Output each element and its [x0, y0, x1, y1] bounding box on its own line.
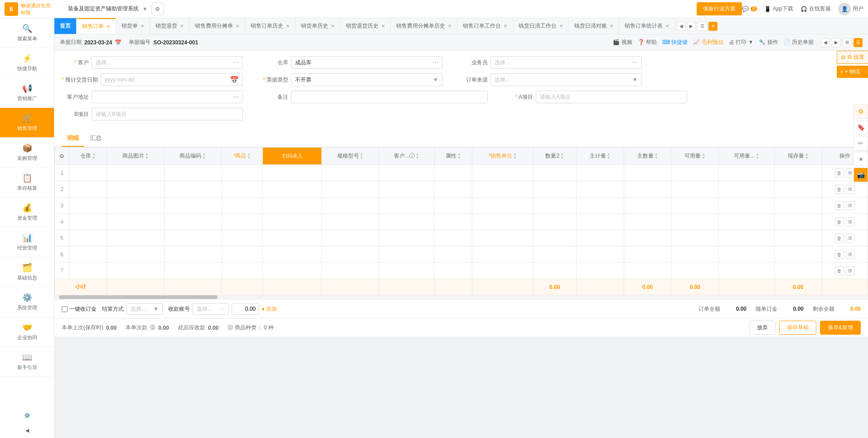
settings-icon-btn[interactable]: ⚙: [151, 3, 164, 15]
save-draft-btn[interactable]: 保存草稿: [779, 321, 816, 335]
operation-btn[interactable]: 🔧 操作: [759, 39, 778, 46]
row5-copy-btn[interactable]: ⊞: [846, 234, 855, 243]
row2-main-qty[interactable]: [624, 181, 671, 197]
order-source-dropdown-icon[interactable]: ▼: [632, 77, 638, 83]
row2-product[interactable]: [221, 181, 263, 197]
row5-warehouse[interactable]: [69, 230, 107, 246]
row3-copy-btn[interactable]: ⊞: [846, 201, 855, 210]
row6-image[interactable]: [107, 246, 164, 263]
stock-sort-icon[interactable]: ▲▼: [805, 153, 809, 160]
row2-delete-btn[interactable]: 🗑: [835, 185, 844, 194]
sales-unit-sort-icon[interactable]: ▲▼: [513, 153, 517, 160]
right-tool-bookmark[interactable]: 🔖: [853, 120, 868, 135]
row3-available2[interactable]: [719, 197, 775, 214]
nav-close-all-btn[interactable]: ✕: [708, 22, 718, 31]
row4-sales-unit[interactable]: [472, 214, 533, 230]
row5-spec[interactable]: [322, 230, 379, 246]
row7-copy-btn[interactable]: ⊞: [846, 266, 855, 275]
sidebar-item-guide[interactable]: 📖 新手引导: [0, 347, 54, 377]
row1-customer-code[interactable]: [379, 165, 435, 181]
user-btn[interactable]: 👤 用户: [838, 3, 863, 15]
row7-available[interactable]: [671, 263, 719, 279]
row4-image[interactable]: [107, 214, 164, 230]
row4-product[interactable]: [221, 214, 263, 230]
available2-sort-icon[interactable]: ▲▼: [756, 153, 759, 160]
nav-next-btn[interactable]: ▶: [687, 22, 696, 31]
row3-customer-code[interactable]: [379, 197, 435, 214]
row1-delete-btn[interactable]: 🗑: [835, 168, 844, 178]
row2-copy-btn[interactable]: ⊞: [846, 185, 855, 194]
row3-warehouse[interactable]: [69, 197, 107, 214]
tab-detail[interactable]: 明细: [62, 130, 84, 147]
tab-receivable-work-close[interactable]: ✕: [559, 24, 563, 29]
ticket-dropdown-icon[interactable]: ▼: [433, 77, 438, 83]
right-tool-star[interactable]: ★: [853, 152, 868, 166]
row5-product[interactable]: [221, 230, 263, 246]
row6-stock[interactable]: [774, 246, 822, 263]
row5-available[interactable]: [671, 230, 719, 246]
address-ellipsis[interactable]: ···: [233, 93, 239, 101]
product-code-sort-icon[interactable]: ▲▼: [202, 153, 206, 160]
row5-qty2[interactable]: [533, 230, 576, 246]
row3-spec[interactable]: [322, 197, 379, 214]
form-prev-btn[interactable]: ◀: [821, 38, 830, 47]
view-btn[interactable]: 🎬 视频: [613, 39, 632, 46]
account-select[interactable]: 选择... ···: [193, 303, 229, 315]
row7-main-qty[interactable]: [624, 263, 671, 279]
row5-available2[interactable]: [719, 230, 775, 246]
row2-available[interactable]: [671, 181, 719, 197]
row1-spec[interactable]: [322, 165, 379, 181]
row2-available2[interactable]: [719, 181, 775, 197]
row2-main-unit[interactable]: [576, 181, 624, 197]
customer-input[interactable]: 选择... ···: [92, 56, 243, 69]
remark-input[interactable]: [291, 91, 488, 103]
sidebar-item-capital[interactable]: 💰 资金管理: [0, 197, 54, 227]
row7-customer-code[interactable]: [379, 263, 435, 279]
date-icon[interactable]: 📅: [115, 39, 121, 46]
spec-sort-icon[interactable]: ▲▼: [360, 153, 364, 160]
row3-main-unit[interactable]: [576, 197, 624, 214]
row4-attribute[interactable]: [434, 214, 472, 230]
row6-sales-unit[interactable]: [472, 246, 533, 263]
form-list-btn[interactable]: ☰: [853, 38, 863, 47]
app-download-btn[interactable]: 📱 App下载: [764, 5, 793, 13]
row3-product[interactable]: [221, 197, 263, 214]
row6-qty2[interactable]: [533, 246, 576, 263]
salesperson-input[interactable]: 选择... ···: [490, 56, 642, 69]
row4-available2[interactable]: [719, 214, 775, 230]
row4-stock[interactable]: [774, 214, 822, 230]
main-qty-sort-icon[interactable]: ▲▼: [655, 153, 658, 160]
nav-list-btn[interactable]: ☰: [697, 22, 708, 31]
tab-order-history[interactable]: 销售订单历史 ✕: [245, 18, 296, 34]
row4-spec[interactable]: [322, 214, 379, 230]
form-grid-btn[interactable]: ⊞: [843, 38, 852, 47]
row6-attribute[interactable]: [434, 246, 472, 263]
tab-sales-stats[interactable]: 销售订单统计表 ✕: [619, 18, 675, 34]
order-source-input[interactable]: 选择... ▼: [490, 73, 642, 86]
tab-sales-order-close[interactable]: ✕: [107, 24, 110, 29]
print-btn[interactable]: 🖨 打印 ▼: [729, 39, 754, 46]
row6-delete-btn[interactable]: 🗑: [835, 250, 844, 259]
save-new-btn[interactable]: 保存&新增: [820, 321, 861, 335]
row3-qty2[interactable]: [533, 197, 576, 214]
right-tool-settings[interactable]: ⚙: [853, 104, 868, 119]
row6-available2[interactable]: [719, 246, 775, 263]
row5-delete-btn[interactable]: 🗑: [835, 234, 844, 243]
tab-receivable-check[interactable]: 钱货日清对账 ✕: [569, 18, 619, 34]
tab-order-history-close[interactable]: ✕: [286, 24, 290, 29]
available-sort-icon[interactable]: ▲▼: [702, 153, 705, 160]
tab-order-worktable-close[interactable]: ✕: [504, 24, 507, 29]
delivery-input[interactable]: yyyy-mm-dd 📅: [101, 73, 243, 86]
row3-sales-unit[interactable]: [472, 197, 533, 214]
row2-code[interactable]: [164, 181, 221, 197]
row1-available[interactable]: [671, 165, 719, 181]
row4-code[interactable]: [164, 214, 221, 230]
row4-main-qty[interactable]: [624, 214, 671, 230]
row7-warehouse[interactable]: [69, 263, 107, 279]
row7-sales-unit[interactable]: [472, 263, 533, 279]
row6-code[interactable]: [164, 246, 221, 263]
row4-copy-btn[interactable]: ⊞: [846, 217, 855, 226]
row7-stock[interactable]: [774, 263, 822, 279]
support-btn[interactable]: 🎧 在线客服: [800, 5, 831, 13]
row6-customer-code[interactable]: [379, 246, 435, 263]
